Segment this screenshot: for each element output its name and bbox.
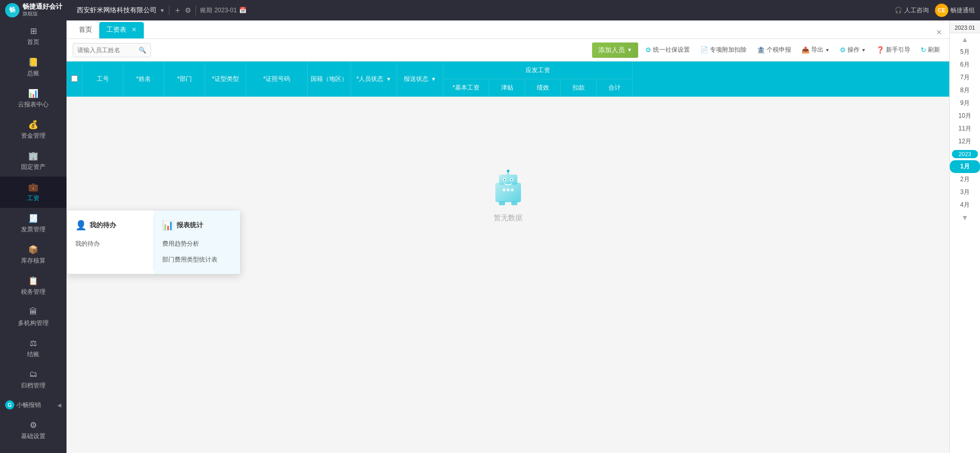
headset-icon: 🎧 [895, 7, 902, 14]
operation-icon: ⚙ [840, 46, 846, 54]
timeline-month-2[interactable]: 2月 [950, 173, 980, 186]
timeline-month-10[interactable]: 10月 [950, 110, 980, 122]
period-label: 账期 [200, 6, 212, 15]
svg-point-10 [511, 188, 514, 191]
th-checkbox[interactable] [67, 62, 82, 97]
sidebar-label-report: 云报表中心 [18, 100, 49, 109]
sidebar-item-guide[interactable]: ▶ 新手引导 [0, 446, 67, 453]
calendar-icon[interactable]: 📅 [239, 7, 247, 14]
sidebar-item-salary[interactable]: 💼 工资 [0, 177, 67, 208]
popup-col-todo: 👤 我的待办 我的待办 [67, 210, 154, 274]
plus-icon[interactable]: ＋ [173, 5, 182, 16]
timeline-month-7[interactable]: 7月 [950, 71, 980, 84]
th-allowance: 津贴 [489, 79, 525, 97]
popup-item-dept-expense[interactable]: 部门费用类型统计表 [154, 252, 241, 268]
sidebar-item-capital[interactable]: 💰 资金管理 [0, 114, 67, 145]
search-box[interactable]: 🔍 [73, 43, 151, 57]
sidebar-item-home[interactable]: ⊞ 首页 [0, 20, 67, 52]
special-deduct-btn[interactable]: 📄 专项附加扣除 [697, 44, 750, 56]
sidebar-item-xiaochang[interactable]: G 小畅报销 ◀ [0, 395, 67, 415]
new-guide-icon: ❓ [876, 46, 884, 54]
popup-col-report: 📊 报表统计 费用趋势分析 部门费用类型统计表 [154, 210, 241, 274]
sidebar-label-assets: 固定资产 [21, 163, 46, 171]
refresh-btn[interactable]: ↻ 刷新 [918, 44, 943, 56]
tax-declare-label: 个税申报 [767, 46, 791, 54]
company-dropdown-icon[interactable]: ▼ [160, 8, 165, 13]
sidebar-item-settle[interactable]: ⚖ 结账 [0, 333, 67, 364]
popup-item-my-todo[interactable]: 我的待办 [67, 236, 154, 252]
header-period: 账期 2023-01 📅 [200, 6, 247, 15]
close-icon-top[interactable]: ✕ [934, 26, 944, 38]
svg-rect-11 [499, 201, 505, 205]
search-icon[interactable]: 🔍 [139, 47, 146, 54]
select-all-checkbox[interactable] [71, 75, 78, 82]
sidebar-item-multiorg[interactable]: 🏛 多机构管理 [0, 301, 67, 333]
sidebar-item-assets[interactable]: 🏢 固定资产 [0, 145, 67, 177]
operation-btn[interactable]: ⚙ 操作 ▼ [837, 44, 869, 56]
tab-home[interactable]: 首页 [72, 22, 99, 38]
timeline-month-4[interactable]: 4月 [950, 199, 980, 211]
timeline-up-nav[interactable]: ▲ [950, 33, 980, 46]
refresh-icon: ↻ [921, 46, 926, 54]
company-selector[interactable]: 西安虾米网络科技有限公司 ▼ [77, 6, 165, 15]
sidebar-item-tax[interactable]: 📋 税务管理 [0, 270, 67, 301]
timeline-down-nav[interactable]: ▼ [950, 211, 980, 224]
svg-rect-0 [495, 183, 521, 202]
timeline-month-8[interactable]: 8月 [950, 84, 980, 97]
report-stat-icon: 📊 [162, 220, 173, 231]
tab-close-salary[interactable]: ✕ [132, 26, 137, 33]
new-guide-btn[interactable]: ❓ 新手引导 [873, 44, 913, 56]
sidebar-item-report[interactable]: 📊 云报表中心 [0, 83, 67, 114]
sidebar-label-tax: 税务管理 [21, 288, 46, 296]
invoice-icon: 🧾 [28, 213, 38, 223]
status-filter-icon[interactable]: ▼ [386, 76, 391, 82]
add-person-label: 添加人员 [598, 46, 625, 55]
th-report[interactable]: 报送状态 ▼ [397, 62, 443, 97]
th-status[interactable]: *人员状态 ▼ [351, 62, 397, 97]
new-guide-label: 新手引导 [886, 46, 910, 54]
sidebar-label-capital: 资金管理 [21, 132, 46, 140]
support-label: 人工咨询 [904, 6, 929, 15]
popup-title-report: 📊 报表统计 [154, 217, 241, 236]
sidebar-label-multiorg: 多机构管理 [18, 319, 49, 328]
capital-icon: 💰 [28, 119, 38, 130]
sidebar-label-salary: 工资 [27, 194, 39, 203]
timeline-month-1-active[interactable]: 1月 [950, 160, 980, 173]
th-total: 合计 [597, 79, 633, 97]
sidebar-item-archive[interactable]: 🗂 归档管理 [0, 364, 67, 395]
report-filter-icon[interactable]: ▼ [431, 76, 436, 82]
sidebar: ⊞ 首页 📒 总账 📊 云报表中心 💰 资金管理 🏢 固定资产 💼 工资 🧾 发… [0, 20, 67, 453]
add-person-button[interactable]: 添加人员 ▼ [592, 42, 638, 58]
todo-icon: 👤 [75, 220, 86, 231]
timeline-month-5[interactable]: 5月 [950, 46, 980, 58]
settings-icon[interactable]: ⚙ [185, 6, 191, 14]
sidebar-item-invoice[interactable]: 🧾 发票管理 [0, 208, 67, 239]
tax-declare-btn[interactable]: 🏦 个税申报 [754, 44, 794, 56]
social-insurance-btn[interactable]: ⚙ 统一社保设置 [642, 44, 693, 56]
settle-icon: ⚖ [28, 338, 38, 348]
inventory-icon: 📦 [28, 244, 38, 254]
export-btn[interactable]: 📤 导出 ▼ [798, 44, 833, 56]
sidebar-label-inventory: 库存核算 [21, 256, 46, 265]
th-empno: 工号 [82, 62, 123, 97]
sidebar-label-xiaochang: 小畅报销 [16, 401, 41, 409]
popup-item-expense-trend[interactable]: 费用趋势分析 [154, 236, 241, 252]
timeline-month-6[interactable]: 6月 [950, 58, 980, 71]
user-area[interactable]: CE 畅捷通组 [935, 4, 975, 17]
sidebar-item-ledger[interactable]: 📒 总账 [0, 52, 67, 83]
th-wage-group: 应发工资 [443, 62, 633, 79]
timeline-month-3[interactable]: 3月 [950, 186, 980, 199]
timeline-header: 2023.01 [950, 23, 980, 33]
timeline-month-12[interactable]: 12月 [950, 135, 980, 148]
logo-area: 畅 畅捷通好会计 旗舰版 [5, 3, 72, 17]
sidebar-item-inventory[interactable]: 📦 库存核算 [0, 239, 67, 270]
support-btn[interactable]: 🎧 人工咨询 [895, 6, 929, 15]
timeline-month-9[interactable]: 9月 [950, 97, 980, 110]
tab-salary[interactable]: 工资表 ✕ [99, 22, 144, 38]
search-input[interactable] [77, 47, 139, 54]
sidebar-item-base[interactable]: ⚙ 基础设置 [0, 415, 67, 446]
timeline-month-11[interactable]: 11月 [950, 122, 980, 135]
main-layout: ⊞ 首页 📒 总账 📊 云报表中心 💰 资金管理 🏢 固定资产 💼 工资 🧾 发… [0, 20, 980, 453]
salary-icon: 💼 [28, 182, 38, 192]
sidebar-label-invoice: 发票管理 [21, 225, 46, 234]
